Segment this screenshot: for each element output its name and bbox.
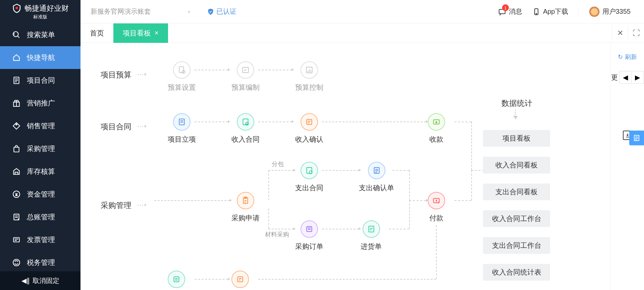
node-purchase-apply[interactable]: 采购申请 <box>231 192 260 223</box>
node-label: 支出确认单 <box>359 183 394 193</box>
stat-btn-expense-workbench[interactable]: 支出合同工作台 <box>483 237 550 254</box>
tabs-bar: 首页 项目看板 ✕ ✕ ⛶ <box>80 23 644 43</box>
search-icon <box>12 30 21 39</box>
node-income-confirm[interactable]: 收入确认 <box>295 113 323 144</box>
right-panel: ↻ 刷新 更 ◀ ▶ <box>610 43 644 290</box>
stat-btn-income-report[interactable]: 收入合同统计表 <box>483 264 550 281</box>
unpin-label: 取消固定 <box>33 276 59 285</box>
sidebar-label: 资金管理 <box>27 190 55 199</box>
money-icon <box>12 190 21 199</box>
order-icon <box>305 225 314 233</box>
node-budget-control[interactable]: 预算控制 <box>295 61 323 92</box>
avatar-icon <box>589 6 600 17</box>
svg-point-4 <box>13 31 18 37</box>
node-income-contract[interactable]: 收入合同 <box>231 113 260 144</box>
document-icon <box>12 76 21 85</box>
project-icon <box>177 118 186 126</box>
node-purchase-order[interactable]: 采购订单 <box>295 220 323 251</box>
close-all-tabs[interactable]: ✕ <box>612 25 628 41</box>
tab-project-dashboard[interactable]: 项目看板 ✕ <box>113 23 168 43</box>
tab-label: 首页 <box>90 28 104 38</box>
unpin-icon: ◀∥ <box>21 277 30 285</box>
income-contract-icon <box>241 118 250 126</box>
workflow-diagram: 项目预算 预算设置 预算编制 预算控制 项目合同 <box>80 43 604 290</box>
sidebar-item-contract[interactable]: 项目合同 <box>0 69 80 92</box>
node-inbound[interactable]: 进货单 <box>361 220 382 251</box>
stat-btn-expense-dashboard[interactable]: 支出合同看板 <box>483 184 550 200</box>
sidebar-item-sales[interactable]: 销售管理 <box>0 115 80 137</box>
unpin-button[interactable]: ◀∥ 取消固定 <box>0 271 80 290</box>
sidebar-item-ledger[interactable]: 总账管理 <box>0 206 80 228</box>
node-project-setup[interactable]: 项目立项 <box>168 113 196 144</box>
divider <box>579 7 579 17</box>
sidebar-item-quicknav[interactable]: 快捷导航 <box>0 46 80 69</box>
node-budget-compile[interactable]: 预算编制 <box>231 61 260 92</box>
expense-contract-icon <box>305 166 314 175</box>
node-label: 进货单 <box>361 242 382 251</box>
svg-rect-17 <box>179 119 184 125</box>
sidebar-label: 库存核算 <box>27 167 55 176</box>
node-expense-confirm[interactable]: 支出确认单 <box>359 162 394 193</box>
sidebar-item-marketing[interactable]: 营销推广 <box>0 92 80 115</box>
node-label: 预算设置 <box>168 83 196 92</box>
node-bottom-1[interactable] <box>168 271 185 288</box>
nav-prev[interactable]: ◀ <box>620 71 632 83</box>
svg-rect-8 <box>14 147 19 152</box>
sidebar-item-tax[interactable]: 税务管理 <box>0 251 80 271</box>
node-budget-settings[interactable]: 预算设置 <box>168 61 196 92</box>
sidebar-item-inventory[interactable]: 库存核算 <box>0 160 80 183</box>
svg-rect-28 <box>369 226 374 232</box>
sidebar-item-search[interactable]: 搜索菜单 <box>0 23 80 46</box>
account-selector[interactable]: 新服务官网演示账套 ▾ <box>91 7 190 16</box>
chevron-down-icon: ▾ <box>188 9 190 14</box>
account-name: 新服务官网演示账套 <box>91 7 151 16</box>
node-expense-contract[interactable]: 支出合同 <box>295 162 323 193</box>
stat-label: 支出合同工作台 <box>492 241 541 250</box>
bag-icon <box>12 144 21 153</box>
node-label: 收入合同 <box>231 135 260 144</box>
svg-point-12 <box>13 259 20 266</box>
svg-rect-31 <box>237 277 243 282</box>
sidebar-label: 总账管理 <box>27 212 55 222</box>
node-payment[interactable]: 付款 <box>428 192 445 223</box>
expense-confirm-icon <box>372 166 381 175</box>
sidebar-item-funds[interactable]: 资金管理 <box>0 183 80 206</box>
tab-home[interactable]: 首页 <box>80 23 113 43</box>
verified-label: 已认证 <box>216 7 236 16</box>
verified-badge: 已认证 <box>207 7 236 16</box>
user-menu[interactable]: 用户3355 <box>589 6 631 17</box>
refresh-button[interactable]: ↻ 刷新 <box>618 53 637 61</box>
stat-btn-income-workbench[interactable]: 收入合同工作台 <box>483 210 550 227</box>
logo-icon <box>12 3 22 13</box>
stat-btn-income-dashboard[interactable]: 收入合同看板 <box>483 157 550 173</box>
logo: 畅捷通好业财 标准版 <box>0 0 80 23</box>
messages-button[interactable]: 1 消息 <box>498 7 522 16</box>
sidebar-item-purchase[interactable]: 采购管理 <box>0 137 80 160</box>
float-action-button[interactable] <box>629 131 644 145</box>
node-label: 收款 <box>429 135 443 144</box>
app-download-button[interactable]: App下载 <box>532 7 569 16</box>
sidebar-item-invoice[interactable]: 发票管理 <box>0 228 80 251</box>
username-label: 用户3355 <box>602 7 631 16</box>
svg-rect-11 <box>13 238 19 242</box>
node-label: 采购订单 <box>295 242 323 251</box>
edit-doc-icon <box>241 66 250 74</box>
stat-label: 收入合同统计表 <box>492 268 541 277</box>
close-icon[interactable]: ✕ <box>154 30 159 36</box>
doc-icon <box>172 275 181 284</box>
warehouse-icon <box>12 167 21 176</box>
nav-next[interactable]: ▶ <box>632 71 644 83</box>
tax-icon <box>12 258 21 267</box>
node-bottom-2[interactable] <box>231 271 249 288</box>
node-label: 支出合同 <box>295 183 323 193</box>
shield-icon <box>207 8 214 15</box>
tab-label: 项目看板 <box>123 28 151 38</box>
payment-icon <box>432 196 441 205</box>
sidebar-label: 税务管理 <box>27 258 55 267</box>
stat-btn-project-dashboard[interactable]: 项目看板 <box>483 130 550 147</box>
ledger-icon <box>12 213 21 221</box>
node-receive[interactable]: 收款 <box>428 113 445 144</box>
invoice-icon <box>12 235 21 244</box>
fullscreen-button[interactable]: ⛶ <box>628 25 644 41</box>
sidebar-label: 搜索菜单 <box>27 30 55 40</box>
